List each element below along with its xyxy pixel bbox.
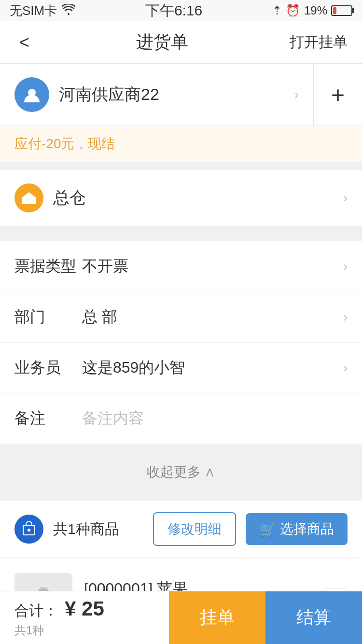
supplier-chevron-icon: › xyxy=(294,87,299,102)
open-pending-button[interactable]: 打开挂单 xyxy=(290,32,348,52)
status-left: 无SIM卡 xyxy=(10,2,75,19)
products-icon xyxy=(14,515,43,544)
bottom-bar: 合计： ¥ 25 共1种 挂单 结算 xyxy=(0,591,362,644)
department-label: 部门 xyxy=(14,307,77,328)
total-label-row: 合计： ¥ 25 xyxy=(14,597,154,621)
hang-button[interactable]: 挂单 xyxy=(169,591,265,644)
department-row[interactable]: 部门 总 部 › xyxy=(0,292,362,343)
supplier-info-banner: 应付-20元，现结 xyxy=(0,126,362,162)
alarm-icon: ⏰ xyxy=(286,4,300,17)
supplier-avatar xyxy=(14,77,49,112)
svg-point-3 xyxy=(28,529,30,532)
select-product-button[interactable]: 🛒 选择商品 xyxy=(246,513,348,545)
salesperson-row[interactable]: 业务员 这是859的小智 › xyxy=(0,343,362,393)
divider-1 xyxy=(0,226,362,234)
invoice-chevron-icon: › xyxy=(343,259,348,274)
supplier-add-button[interactable]: + xyxy=(314,64,362,126)
wifi-icon xyxy=(62,3,75,18)
remark-label: 备注 xyxy=(14,408,77,429)
total-amount: ¥ 25 xyxy=(65,597,104,620)
salesperson-label: 业务员 xyxy=(14,357,77,378)
collapse-button[interactable]: 收起更多 ∧ xyxy=(0,451,362,493)
invoice-value: 不开票 xyxy=(77,256,343,277)
carrier-text: 无SIM卡 xyxy=(10,2,57,19)
total-label: 合计： xyxy=(14,601,58,621)
supplier-name: 河南供应商22 xyxy=(59,84,294,106)
department-value: 总 部 xyxy=(77,307,343,328)
form-section: 票据类型 不开票 › 部门 总 部 › 业务员 这是859的小智 › 备注 备注… xyxy=(0,241,362,444)
warehouse-section[interactable]: 总仓 › xyxy=(0,170,362,226)
location-icon: ⇡ xyxy=(272,4,282,17)
status-bar: 无SIM卡 下午6:16 ⇡ ⏰ 19% xyxy=(0,0,362,21)
warehouse-name: 总仓 xyxy=(53,187,343,209)
invoice-row[interactable]: 票据类型 不开票 › xyxy=(0,241,362,292)
remark-row[interactable]: 备注 备注内容 xyxy=(0,393,362,444)
salesperson-value: 这是859的小智 xyxy=(77,357,343,378)
status-right: ⇡ ⏰ 19% xyxy=(272,4,352,17)
invoice-label: 票据类型 xyxy=(14,256,77,277)
checkout-button[interactable]: 结算 xyxy=(265,591,362,644)
svg-rect-1 xyxy=(27,200,31,204)
warehouse-icon xyxy=(14,183,43,212)
products-header: 共1种商品 修改明细 🛒 选择商品 xyxy=(0,501,362,558)
cart-icon: 🛒 xyxy=(259,521,276,537)
status-time: 下午6:16 xyxy=(145,1,202,21)
page-title: 进货单 xyxy=(136,30,188,54)
battery-percent: 19% xyxy=(304,4,327,17)
back-button[interactable]: < xyxy=(14,28,34,57)
warehouse-chevron-icon: › xyxy=(343,190,348,206)
battery-icon xyxy=(331,5,352,16)
supplier-row[interactable]: 河南供应商22 › xyxy=(0,64,314,126)
edit-detail-button[interactable]: 修改明细 xyxy=(153,512,236,546)
supplier-section: 河南供应商22 › + xyxy=(0,64,362,126)
department-chevron-icon: › xyxy=(343,309,348,325)
remark-placeholder: 备注内容 xyxy=(77,408,348,429)
svg-point-7 xyxy=(44,587,47,590)
svg-point-6 xyxy=(40,587,42,590)
nav-bar: < 进货单 打开挂单 xyxy=(0,21,362,64)
total-sub: 共1种 xyxy=(14,623,154,638)
product-count-text: 共1种商品 xyxy=(53,519,143,539)
main-content: 河南供应商22 › + 应付-20元，现结 总仓 › 票据类型 不开票 › 部门… xyxy=(0,64,362,644)
salesperson-chevron-icon: › xyxy=(343,360,348,376)
total-section: 合计： ¥ 25 共1种 xyxy=(0,591,169,644)
